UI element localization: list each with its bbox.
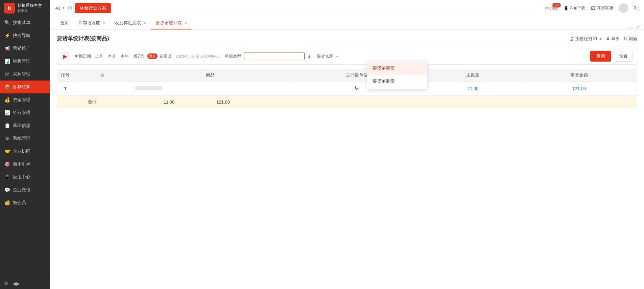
sidebar-item-finance[interactable]: 💰 资金管理: [0, 93, 50, 106]
sidebar-item-operations[interactable]: 📈 经营管理: [0, 106, 50, 119]
col-label-index: 序号: [61, 72, 70, 77]
wecom-icon: 💬: [4, 187, 10, 193]
date-btn-this-month[interactable]: 本月: [106, 53, 117, 60]
col-header-settings[interactable]: ⚙: [74, 69, 131, 82]
tab-minimize-icon[interactable]: —: [628, 24, 633, 29]
date-shortcuts: 上月 本月 本年 近7天 更多 自定义: [94, 53, 172, 60]
purchase-icon: 🛒: [4, 71, 10, 77]
query-btn[interactable]: 查询: [590, 51, 611, 62]
cell-quantity-1[interactable]: 11.00: [425, 82, 521, 95]
operations-icon: 📈: [4, 110, 10, 116]
settings-small-btn[interactable]: 设置: [614, 51, 633, 62]
warehouse-filter-group: 要货仓库 ···: [317, 53, 340, 59]
sidebar-item-guide[interactable]: 🎯 新手引导: [0, 158, 50, 171]
trial-btn[interactable]: 体验行业方案: [75, 3, 111, 13]
user-avatar[interactable]: [619, 3, 628, 13]
tab-close-order-summary[interactable]: ×: [185, 21, 187, 25]
warehouse-filter-label: 要货仓库: [317, 53, 333, 59]
sidebar: b 畅捷通好生意 标准版 🔍 搜索菜单 ⚡ 快捷导航 📢 营销推广 📊 销售管理…: [0, 0, 50, 289]
company-id-text: 41: [55, 5, 60, 10]
date-filter-group: 单据日期 上月 本月 本年 近7天 更多 自定义 2023-05-06 至 20…: [75, 53, 219, 60]
version-label: 标准版: [18, 8, 42, 13]
enterprise-icon: 🤝: [4, 148, 10, 154]
refresh-btn[interactable]: ↻ 刷新: [623, 36, 637, 42]
sidebar-item-label: 企业微信: [13, 187, 30, 193]
sidebar-item-sales[interactable]: 📊 销售管理: [0, 55, 50, 68]
type-filter-group: 单据类型 ▲ 要货单要货 要货单退货: [225, 52, 311, 60]
page-header: 要货单统计表(按商品) 🖨 按模板打印 ▼ ⬇ 导出 ↻ 刷新: [57, 35, 637, 42]
tab-receivable-summary[interactable]: 收发存汇总表 ×: [110, 17, 150, 29]
sidebar-item-system[interactable]: ⚙ 系统管理: [0, 132, 50, 145]
page-container: 要货单统计表(按商品) 🖨 按模板打印 ▼ ⬇ 导出 ↻ 刷新: [50, 30, 644, 289]
sidebar-nav: 🔍 搜索菜单 ⚡ 快捷导航 📢 营销推广 📊 销售管理 🛒 采购管理 📦 库存核…: [0, 16, 50, 278]
quick-nav-icon: ⚡: [4, 32, 10, 39]
filter-expand-btn[interactable]: ▶: [61, 52, 69, 61]
sidebar-item-wecom[interactable]: 💬 企业微信: [0, 183, 50, 196]
messages-btn[interactable]: ✉ 消息 99+: [545, 5, 558, 11]
date-btn-last-month[interactable]: 上月: [94, 53, 104, 60]
main-area: 41 ▼ ⚙ 体验行业方案 ✉ 消息 99+ 📱 App下载 🎧 在线客服 Ri…: [50, 0, 644, 289]
table-footer: 合计 11.00 121.00: [57, 95, 637, 108]
cell-amount-1[interactable]: 121.00: [521, 82, 637, 95]
sidebar-item-inventory[interactable]: 📦 库存核算: [0, 81, 50, 93]
content-area: 要货单统计表(按商品) 🖨 按模板打印 ▼ ⬇ 导出 ↻ 刷新: [50, 30, 644, 289]
footer-total-label: 合计: [61, 99, 135, 105]
app-download-btn[interactable]: 📱 App下载: [564, 5, 585, 11]
sidebar-item-marketing[interactable]: 📢 营销推广: [0, 42, 50, 55]
sidebar-item-label: 企业协同: [13, 148, 30, 154]
type-dropdown-arrow[interactable]: ▲: [307, 54, 311, 59]
dropdown-item-order-return[interactable]: 要货单退货: [367, 75, 427, 88]
sidebar-item-quick-nav[interactable]: ⚡ 快捷导航: [0, 29, 50, 42]
message-icon: ✉: [545, 6, 549, 10]
sidebar-item-search[interactable]: 🔍 搜索菜单: [0, 16, 50, 29]
date-range-text: 2023-05-06 至 2023-06-06: [176, 54, 220, 59]
tab-label-order-summary: 要货单统计表: [156, 20, 182, 26]
tabs-bar: 首页 库存批次账 × 收发存汇总表 × 要货单统计表 × — ⤢: [50, 16, 644, 30]
tab-label-receivable-summary: 收发存汇总表: [115, 20, 141, 26]
sidebar-item-enterprise[interactable]: 🤝 企业协同: [0, 145, 50, 158]
app-center-icon: 📱: [4, 174, 10, 180]
tab-inventory-batch[interactable]: 库存批次账 ×: [74, 17, 110, 29]
tab-order-summary[interactable]: 要货单统计表 ×: [151, 17, 191, 29]
sidebar-item-app-center[interactable]: 📱 应用中心: [0, 171, 50, 183]
app-logo-icon: b: [4, 3, 15, 14]
tab-expand-icon[interactable]: ⤢: [636, 24, 640, 29]
online-service-btn[interactable]: 🎧 在线客服: [591, 5, 613, 11]
dropdown-item-order-goods[interactable]: 要货单要货: [367, 62, 427, 75]
col-label-unit: 主计量单位: [346, 72, 368, 77]
refresh-label: 刷新: [628, 36, 637, 42]
sales-icon: 📊: [4, 58, 10, 64]
settings-bottom-icon[interactable]: ⚙: [4, 281, 8, 286]
print-btn[interactable]: 🖨 按模板打印 ▼: [569, 36, 603, 42]
sidebar-item-basic-info[interactable]: 📋 基础信息: [0, 119, 50, 132]
collapse-icon[interactable]: ◀▶: [13, 281, 20, 286]
company-selector[interactable]: 41 ▼: [55, 5, 65, 10]
footer-quantity: 11.00: [135, 99, 203, 105]
col-settings-icon[interactable]: ⚙: [100, 72, 105, 78]
type-filter-input[interactable]: [244, 52, 305, 60]
tab-close-receivable-summary[interactable]: ×: [144, 21, 146, 25]
custom-date-btn[interactable]: 自定义: [160, 53, 172, 59]
date-btn-this-year[interactable]: 本年: [119, 53, 130, 60]
export-icon: ⬇: [606, 36, 610, 41]
more-badge[interactable]: 更多: [147, 53, 158, 59]
app-logo-text: 畅捷通好生意 标准版: [18, 3, 42, 13]
col-label-quantity: 主数量: [466, 72, 479, 77]
type-dropdown-overlay: 要货单要货 要货单退货: [367, 60, 428, 89]
sidebar-item-purchase[interactable]: 🛒 采购管理: [0, 68, 50, 81]
tab-close-inventory-batch[interactable]: ×: [103, 21, 105, 25]
sidebar-item-members[interactable]: 👑 畅会员: [0, 196, 50, 209]
finance-icon: 💰: [4, 97, 10, 103]
date-btn-last-7-days[interactable]: 近7天: [132, 53, 145, 60]
print-dropdown-icon: ▼: [598, 36, 603, 41]
export-btn[interactable]: ⬇ 导出: [606, 36, 620, 42]
filter-actions: 查询 设置: [590, 51, 633, 62]
topbar: 41 ▼ ⚙ 体验行业方案 ✉ 消息 99+ 📱 App下载 🎧 在线客服 Ri…: [50, 0, 644, 16]
sidebar-item-label: 畅会员: [13, 200, 26, 206]
warehouse-more-icon[interactable]: ···: [336, 53, 340, 59]
topbar-settings-icon[interactable]: ⚙: [68, 5, 72, 11]
sidebar-item-label: 采购管理: [13, 71, 30, 77]
sidebar-item-label: 库存核算: [13, 84, 30, 90]
tab-home[interactable]: 首页: [55, 17, 74, 29]
messages-badge: 99+: [552, 3, 561, 7]
